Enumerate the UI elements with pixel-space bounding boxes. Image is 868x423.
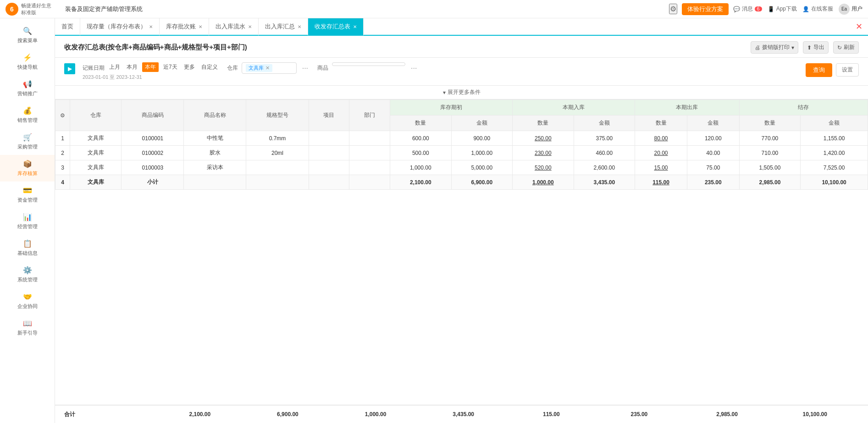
custom-date-btn[interactable]: 自定义 [199,62,220,72]
tab-inout-summary[interactable]: 出入库汇总 ✕ [259,18,308,35]
sidebar-item-sales[interactable]: 💰 销售管理 [0,102,55,128]
close-all-tabs-button[interactable]: ✕ [850,22,868,32]
row1-in-qty[interactable]: 250.00 [513,131,574,146]
goods-label: 商品 [317,62,328,72]
bottom-total-bar: 合计 2,100.00 6,900.00 1,000.00 3,435.00 1… [55,405,868,423]
row3-out-qty[interactable]: 15.00 [635,160,687,175]
sidebar-item-basic[interactable]: 📋 基础信息 [0,235,55,261]
tab-stock-dist[interactable]: 现存量（库存分布表） ✕ [80,18,160,35]
row3-in-qty[interactable]: 520.00 [513,160,574,175]
row3-spec [246,160,309,175]
print-icon: 🖨 [755,44,760,51]
subtotal-label: 小计 [122,175,184,190]
message-badge: 6 [755,6,762,11]
app-download-button[interactable]: 📱 App下载 [768,5,797,13]
tab-inout-flow[interactable]: 出入库流水 ✕ [209,18,259,35]
refresh-icon: ↻ [837,44,842,51]
col-settings-header[interactable]: ⚙ [55,100,70,131]
finance-icon: 💳 [23,186,32,195]
last-7days-btn[interactable]: 近7天 [161,62,179,72]
query-button[interactable]: 查询 [806,63,832,77]
sidebar-item-system[interactable]: ⚙️ 系统管理 [0,261,55,288]
warehouse-tag-close[interactable]: ✕ [265,65,270,71]
subtotal-out-amt: 235.00 [687,175,739,190]
last-month-btn[interactable]: 上月 [107,62,122,72]
row2-out-qty[interactable]: 20.00 [635,146,687,160]
marketing-icon: 📢 [23,80,32,88]
expand-icon: ▾ [443,89,446,96]
col-opening-amt-header: 金额 [451,115,513,131]
col-out-header: 本期出库 [635,100,740,115]
sidebar: 🔍 搜索菜单 ⚡ 快捷导航 📢 营销推广 💰 销售管理 🛒 采购管理 📦 [0,18,55,423]
online-service-button[interactable]: 👤 在线客服 [802,5,833,13]
subtotal-open-amt: 6,900.00 [451,175,513,190]
message-button[interactable]: 💬 消息 6 [733,5,762,13]
sidebar-label-sales: 销售管理 [17,117,38,124]
row2-code: 0100002 [122,146,184,160]
print-button[interactable]: 🖨 拨销版打印 ▾ [751,41,798,54]
sidebar-label-collab: 企业协同 [17,303,38,310]
tab-batch[interactable]: 库存批次账 ✕ [160,18,209,35]
page-inner: 收发存汇总表(按仓库+商品编码+商品+规格型号+项目+部门) 🖨 拨销版打印 ▾… [55,36,868,405]
row3-code: 0100003 [122,160,184,175]
subtotal-in-qty[interactable]: 1,000.00 [513,175,574,190]
warehouse-input[interactable]: 文具库 ✕ [242,62,297,74]
row3-close-qty: 1,505.00 [739,160,801,175]
tab-close-stock-dist[interactable]: ✕ [149,24,153,29]
tab-recv-summary[interactable]: 收发存汇总表 ✕ [308,18,364,35]
expand-more-bar: ▾ 展开更多条件 [55,86,868,99]
row2-close-qty: 710.00 [739,146,801,160]
warehouse-more-btn[interactable]: ... [300,62,310,71]
filter-expand-arrow[interactable]: ▶ [64,63,75,74]
tab-close-batch[interactable]: ✕ [199,24,202,29]
tab-close-inout-flow[interactable]: ✕ [248,24,252,29]
sidebar-item-business[interactable]: 📊 经营管理 [0,208,55,235]
sidebar-label-inventory: 库存核算 [17,170,38,177]
sidebar-label-basic: 基础信息 [17,250,38,257]
sidebar-item-guide[interactable]: 📖 新手引导 [0,314,55,341]
more-dates-btn[interactable]: 更多 [182,62,197,72]
filter-settings-button[interactable]: 设置 [836,63,859,77]
row2-name: 胶水 [184,146,246,160]
subtotal-out-qty[interactable]: 115.00 [635,175,687,190]
row2-in-amt: 460.00 [574,146,635,160]
sidebar-item-collab[interactable]: 🤝 企业协同 [0,288,55,314]
trial-button[interactable]: 体验行业方案 [682,3,729,15]
this-month-btn[interactable]: 本月 [125,62,139,72]
filter-right-actions: 查询 设置 [806,62,859,77]
export-icon: ⬆ [807,44,812,51]
row1-name: 中性笔 [184,131,246,146]
message-icon: 💬 [733,6,740,12]
goods-input[interactable] [332,62,405,66]
goods-more-btn[interactable]: ... [409,62,419,71]
sidebar-item-finance[interactable]: 💳 资金管理 [0,181,55,208]
page-title: 收发存汇总表(按仓库+商品编码+商品+规格型号+项目+部门) [64,43,247,52]
tab-inout-flow-label: 出入库流水 [216,22,245,31]
table-wrapper: ⚙ 仓库 商品编码 商品名称 规格型号 项目 部门 库存期初 本期入库 本期出库 [55,99,868,405]
row2-out-amt: 40.00 [687,146,739,160]
tab-close-inout-summary[interactable]: ✕ [298,24,301,29]
sidebar-item-quicknav[interactable]: ⚡ 快捷导航 [0,49,55,75]
tab-close-recv-summary[interactable]: ✕ [353,24,357,29]
sidebar-item-search[interactable]: 🔍 搜索菜单 [0,22,55,49]
this-year-btn[interactable]: 本年 [142,62,159,72]
expand-more-button[interactable]: ▾ 展开更多条件 [443,88,481,96]
sidebar-item-inventory[interactable]: 📦 库存核算 [0,155,55,181]
sidebar-label-marketing: 营销推广 [17,90,38,97]
collab-icon: 🤝 [23,292,32,301]
row3-dept [349,160,390,175]
goods-filter: 商品 ... [317,62,419,72]
row1-out-qty[interactable]: 80.00 [635,131,687,146]
refresh-button[interactable]: ↻ 刷新 [833,41,859,54]
col-in-amt-header: 金额 [574,115,635,131]
row2-in-qty[interactable]: 230.00 [513,146,574,160]
sidebar-item-marketing[interactable]: 📢 营销推广 [0,75,55,102]
export-button[interactable]: ⬆ 导出 [803,41,829,54]
system-title: 装备及固定资产辅助管理系统 [65,5,661,13]
tab-home[interactable]: 首页 [55,18,80,35]
table-row: 2 文具库 0100002 胶水 20ml 500.00 1,000.00 23… [55,146,868,160]
user-area[interactable]: Ea 用户 [839,4,862,15]
gear-button[interactable]: ⚙ [669,4,677,14]
total-open-qty: 2,100.00 [156,411,244,418]
sidebar-item-purchase[interactable]: 🛒 采购管理 [0,128,55,155]
